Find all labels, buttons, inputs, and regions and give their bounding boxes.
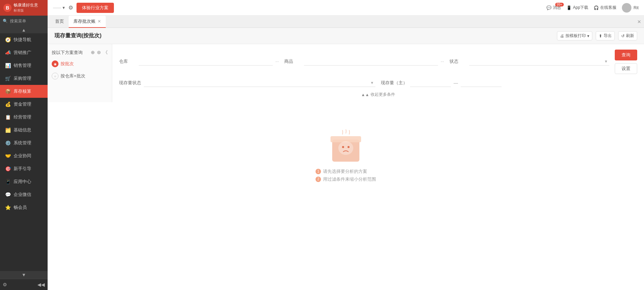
sidebar-item-label: 企业协同 [14,153,31,159]
scroll-down-btn[interactable]: ▼ [0,271,48,279]
scheme-batch[interactable]: ◉ 按批次 [48,58,112,70]
sidebar-item-label: 库存核算 [14,88,31,94]
topbar-right: 💬 消息 99+ 📱 App下载 🎧 在线客服 Rit [546,3,639,13]
filter-main: 仓库 ··· 商品 ··· 状态 ▾ [112,44,644,102]
stock-qty-field: 现存量（主） — [381,79,637,87]
app-version: 标准版 [14,8,38,13]
search-label: 搜索菜单 [10,18,26,24]
main-content: —— ▾ ⚙ 体验行业方案 💬 消息 99+ 📱 App下载 🎧 在线客服 [48,0,644,290]
nav-icon: 🎯 [5,166,11,172]
sidebar-header: B 畅康通好生意 标准版 [0,0,48,16]
goods-more-icon[interactable]: ··· [441,59,444,64]
nav-icon: 📱 [5,179,11,185]
sidebar-item-label: 新手引导 [14,166,31,172]
status-select[interactable]: ▾ [469,57,609,66]
collapse-scheme-icon[interactable]: 《 [103,50,108,56]
scheme-warehouse-batch[interactable]: ○ 按仓库+批次 [48,70,112,82]
topbar: —— ▾ ⚙ 体验行业方案 💬 消息 99+ 📱 App下载 🎧 在线客服 [48,0,644,16]
print-template-btn[interactable]: 🖨 按模板打印 ▾ [557,31,592,40]
nav-icon: 💰 [5,101,11,107]
page-content: 现存量查询(按批次) 🖨 按模板打印 ▾ ⬆ 导出 ↺ 刷新 [48,28,644,290]
sidebar-item-label: 系统管理 [14,140,31,146]
warehouse-input[interactable] [139,57,273,66]
stock-status-label: 现存量状态 [119,80,141,86]
page-title: 现存量查询(按批次) [54,32,102,39]
svg-point-3 [342,146,344,148]
stock-qty-min-input[interactable] [410,79,451,87]
sidebar-item-sales[interactable]: 📊 销售管理 [0,59,48,72]
sidebar-item-inventory[interactable]: 📦 库存核算 [0,85,48,98]
goods-field: 商品 ··· [284,57,444,66]
nav-icon: 🛒 [5,75,11,81]
dropdown-arrow-icon: ▾ [63,5,65,10]
query-btn[interactable]: 查询 [615,50,637,60]
stock-status-select[interactable]: ▾ [144,79,375,87]
sidebar-item-enterprise[interactable]: 🤝 企业协同 [0,149,48,162]
warehouse-label: 仓库 [119,58,136,65]
add-scheme-icon[interactable]: ⊕ [91,50,95,56]
sidebar-item-operations[interactable]: 📋 经营管理 [0,111,48,124]
goods-label: 商品 [284,58,301,65]
warehouse-more-icon[interactable]: ··· [275,59,279,64]
online-service-btn[interactable]: 🎧 在线客服 [594,5,616,11]
nav-icon: 🧭 [5,37,11,43]
sidebar-item-label: 应用中心 [14,179,31,185]
workspace-dropdown[interactable]: —— ▾ [53,5,65,10]
sidebar-item-appstore[interactable]: 📱 应用中心 [0,175,48,188]
scheme-batch-label: 按批次 [61,61,74,67]
refresh-btn[interactable]: ↺ 刷新 [618,31,637,40]
sidebar-bottom: ⚙ ◀◀ [0,279,48,290]
tab-inventory-batch[interactable]: 库存批次账 ✕ [69,16,106,28]
app-download-label: App下载 [573,5,588,11]
sidebar-item-label: 企业微信 [14,192,31,198]
sidebar-item-label: 基础信息 [14,127,31,133]
stock-status-field: 现存量状态 ▾ [119,79,375,87]
sidebar-item-label: 经营管理 [14,114,31,120]
stock-qty-max-input[interactable] [461,79,502,87]
collapse-label: 收起更多条件 [371,92,395,97]
tab-close-icon[interactable]: ✕ [98,19,101,24]
sidebar-item-guide[interactable]: 🎯 新手引导 [0,162,48,175]
sidebar-search[interactable]: 🔍 搜索菜单 [0,16,48,27]
print-dropdown-arrow: ▾ [587,34,589,38]
page-header-actions: 🖨 按模板打印 ▾ ⬆ 导出 ↺ 刷新 [557,31,637,40]
sidebar-nav: 🧭 快捷导航 📣 营销推广 📊 销售管理 🛒 采购管理 📦 库存核算 💰 资金管… [0,33,48,271]
sidebar-item-quick-nav[interactable]: 🧭 快捷导航 [0,33,48,46]
topbar-settings-icon[interactable]: ⚙ [68,4,73,11]
sidebar-item-finance[interactable]: 💰 资金管理 [0,98,48,111]
filter-collapse-btn[interactable]: ▲▲ 收起更多条件 [119,92,637,97]
export-btn[interactable]: ⬆ 导出 [596,31,615,40]
filter-panel: 按以下方案查询 ⊕ ⊛ 《 ◉ 按批次 ○ 按仓库+批次 [48,44,644,102]
tab-inventory-batch-label: 库存批次账 [73,18,96,24]
nav-icon: 📦 [5,88,11,94]
messages-btn[interactable]: 💬 消息 99+ [546,5,561,11]
hint-num-1: 1 [316,169,321,174]
tab-home[interactable]: 首页 [50,16,69,28]
scheme-warehouse-batch-icon: ○ [52,73,58,79]
sidebar-item-marketing[interactable]: 📣 营销推广 [0,46,48,59]
collapse-sidebar-icon[interactable]: ◀◀ [37,282,45,287]
settings-btn[interactable]: 设置 [615,63,637,74]
goods-input[interactable] [304,57,438,66]
app-logo: B [3,4,12,12]
page-header: 现存量查询(按批次) 🖨 按模板打印 ▾ ⬆ 导出 ↺ 刷新 [48,28,644,44]
print-label: 按模板打印 [565,33,586,39]
online-service-label: 在线客服 [600,5,616,11]
sidebar-item-basics[interactable]: 🗂️ 基础信息 [0,124,48,137]
stock-status-arrow: ▾ [371,80,373,85]
close-all-tabs-icon[interactable]: ✕ [637,19,641,24]
sidebar-item-purchase[interactable]: 🛒 采购管理 [0,72,48,85]
scroll-up-btn[interactable]: ▲ [0,27,48,33]
filter-actions: 查询 设置 [615,49,637,74]
settings-icon[interactable]: ⚙ [3,282,7,287]
sidebar-item-wechat[interactable]: 💬 企业微信 [0,188,48,201]
sidebar-item-member[interactable]: ⭐ 畅会员 [0,201,48,214]
trial-btn[interactable]: 体验行业方案 [77,3,114,13]
settings-scheme-icon[interactable]: ⊛ [97,50,101,56]
app-download-btn[interactable]: 📱 App下载 [566,5,588,11]
sidebar-item-system[interactable]: ⚙️ 系统管理 [0,137,48,149]
user-profile[interactable]: Rit [622,3,639,13]
app-info: 畅康通好生意 标准版 [14,3,38,13]
stock-qty-label: 现存量（主） [381,80,407,86]
export-label: 导出 [604,33,612,39]
